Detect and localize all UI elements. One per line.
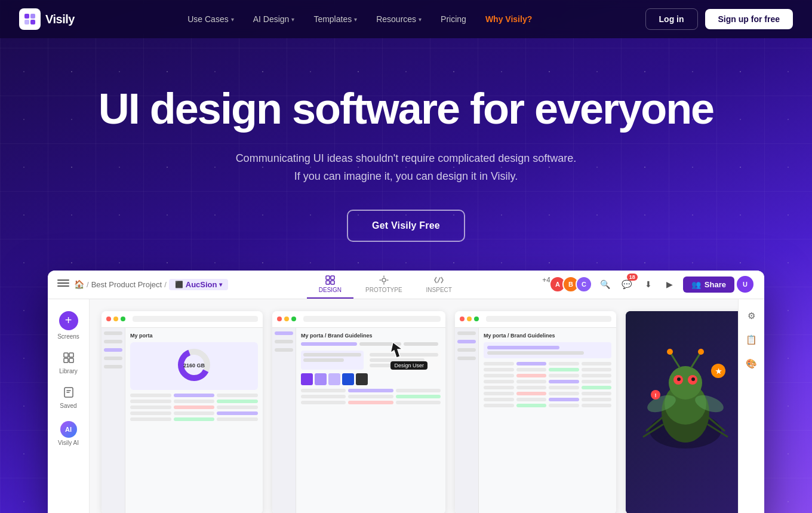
mock-chart-1: 2160 GB [130,342,258,390]
chevron-down-icon: ▾ [419,16,422,23]
breadcrumb: 🏠 / Best Product Project / ⬛ AucSion ▾ [74,279,228,290]
chevron-down-icon: ▾ [231,16,234,23]
svg-rect-7 [331,281,334,284]
add-screen-button[interactable]: + [59,311,78,330]
mock-header-2 [272,311,445,328]
mock-content-3: My porta / Brand Guidelines [479,328,616,513]
screen-mockup-1: My porta 2160 GB [102,311,263,513]
svg-point-21 [669,366,702,400]
home-icon[interactable]: 🏠 [74,279,84,289]
navbar: Visily Use Cases ▾ AI Design ▾ Templates… [0,0,812,38]
layers-icon[interactable]: 📋 [742,330,761,349]
hero-subtitle: Communicating UI ideas shouldn't require… [67,149,745,186]
screen-mockup-4: ★ ! [626,311,738,513]
screen-card-1: My porta 2160 GB [102,311,263,513]
nav-pricing[interactable]: Pricing [432,10,475,29]
tab-prototype[interactable]: PROTOTYPE [353,271,414,299]
screen-card-3: My porta / Brand Guidelines [455,311,616,513]
svg-rect-10 [64,353,68,357]
share-icon: 👥 [691,280,701,289]
svg-point-29 [698,349,704,355]
app-body: + Screens Library [48,299,764,513]
tab-design[interactable]: DESIGN [307,271,353,299]
nav-use-cases[interactable]: Use Cases ▾ [179,10,242,29]
hamburger-icon[interactable] [57,279,69,289]
saved-icon [63,386,75,401]
play-icon[interactable]: ▶ [662,276,678,293]
mock-header-3 [455,311,616,328]
toolbar-tabs: DESIGN PROTOTYPE [307,271,464,299]
sidebar-item-saved[interactable]: Saved [51,382,86,414]
chevron-down-icon: ▾ [291,16,294,23]
svg-line-27 [691,353,700,367]
svg-line-26 [670,353,679,367]
app-toolbar: 🏠 / Best Product Project / ⬛ AucSion ▾ [48,271,764,299]
svg-rect-12 [64,358,68,363]
svg-text:★: ★ [715,367,722,376]
mock-sidebar-mini-2 [272,328,296,513]
library-icon [63,352,75,366]
svg-text:!: ! [655,392,657,398]
mock-sidebar-mini-3 [455,328,479,513]
ai-icon: AI [60,421,77,438]
sidebar-item-screens[interactable]: + Screens [51,306,86,345]
mock-table-3 [484,362,611,407]
screen-card-2: My porta / Brand Guidelines [272,311,445,513]
mock-sidebar-mini-1 [102,328,125,513]
mock-header-1 [102,311,263,328]
nav-actions: Log in Sign up for free [645,8,793,30]
login-button[interactable]: Log in [645,8,698,30]
hero-section: UI design software for everyone Communic… [0,0,812,513]
svg-rect-3 [30,20,35,24]
nav-links: Use Cases ▾ AI Design ▾ Templates ▾ Reso… [179,10,540,29]
nav-templates[interactable]: Templates ▾ [305,10,365,29]
download-icon[interactable]: ⬇ [640,276,657,293]
breadcrumb-current[interactable]: ⬛ AucSion ▾ [169,279,229,290]
signup-button[interactable]: Sign up for free [705,9,793,29]
mock-table-1 [130,394,258,421]
user-avatar[interactable]: U [736,275,755,294]
mock-table-2 [301,389,441,404]
screen-mockup-3: My porta / Brand Guidelines [455,311,616,513]
mock-content-1: My porta 2160 GB [125,328,263,513]
screen-mockup-2: My porta / Brand Guidelines [272,311,445,513]
svg-point-8 [382,278,386,282]
svg-rect-5 [331,276,334,279]
nav-ai-design[interactable]: AI Design ▾ [245,10,303,29]
filter-icon[interactable]: ⚙ [742,306,761,325]
cta-button[interactable]: Get Visily Free [347,210,465,242]
toolbar-left: 🏠 / Best Product Project / ⬛ AucSion ▾ [57,279,228,290]
logo-icon [19,8,41,30]
search-icon[interactable]: 🔍 [597,276,614,293]
mock-content-2: My porta / Brand Guidelines [296,328,445,513]
svg-point-24 [677,377,681,381]
hero-title: UI design software for everyone [67,86,745,133]
sidebar-item-visily-ai[interactable]: AI Visily AI [51,416,86,451]
share-button[interactable]: 👥 Share [683,277,734,293]
nav-resources[interactable]: Resources ▾ [368,10,430,29]
svg-rect-4 [326,276,330,279]
collaborator-avatars: +4 A B C [542,276,592,293]
decoration-3d-object: ★ ! [626,311,738,513]
logo-text: Visily [45,13,75,26]
svg-rect-1 [30,14,35,19]
canvas-area[interactable]: My porta 2160 GB [90,299,738,513]
logo[interactable]: Visily [19,8,75,30]
chevron-down-icon: ▾ [354,16,357,23]
svg-rect-6 [326,281,330,284]
svg-rect-11 [69,353,73,357]
nav-why-visily[interactable]: Why Visily? [477,10,540,29]
svg-rect-2 [24,20,29,24]
svg-point-28 [667,349,673,355]
comments-badge: 18 [627,274,638,281]
svg-point-25 [691,377,695,381]
tab-inspect[interactable]: INSPECT [414,271,464,299]
comments-icon[interactable]: 💬 18 [619,276,635,293]
app-right-panel: ⚙ 📋 🎨 [738,299,764,513]
sidebar-item-library[interactable]: Library [51,347,86,379]
palette-icon[interactable]: 🎨 [742,354,761,373]
svg-rect-13 [69,358,73,363]
svg-line-9 [438,278,440,282]
app-preview: 🏠 / Best Product Project / ⬛ AucSion ▾ [48,271,764,513]
svg-rect-0 [24,14,29,19]
